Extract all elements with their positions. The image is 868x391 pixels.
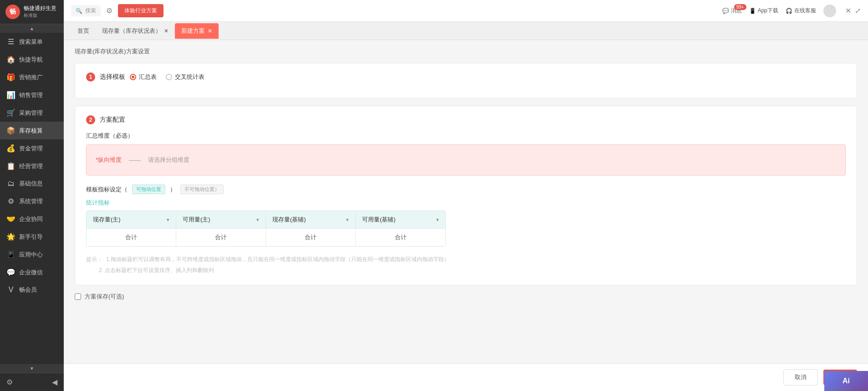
sidebar-item-system[interactable]: ⚙ 系统管理 <box>0 192 64 210</box>
online-service-item[interactable]: 🎧 在线客服 <box>786 7 816 15</box>
close-window-icon[interactable]: ✕ <box>845 6 851 15</box>
sidebar-item-label: 新手引导 <box>19 233 43 241</box>
message-icon: 💬 <box>722 8 729 14</box>
save-checkbox[interactable] <box>75 293 81 300</box>
cart-icon: 🛒 <box>6 108 15 117</box>
tab-inventory-label: 现存量（库存状况表） <box>102 27 161 35</box>
save-label: 方案保存(可选) <box>85 293 124 301</box>
radio-summary[interactable]: 汇总表 <box>130 73 157 81</box>
sidebar-item-label: 企业微信 <box>19 268 43 277</box>
handshake-icon: 🤝 <box>6 215 15 223</box>
tip-1-text: 1.拖动标题栏可以调整布局，不可跨维度或指标区域拖动，且只能在同一维度或指标区域… <box>106 254 449 265</box>
sidebar-item-quick-nav[interactable]: 🏠 快捷导航 <box>0 51 64 68</box>
tip-2-indent <box>86 265 95 276</box>
sidebar-item-cooperation[interactable]: 🤝 企业协同 <box>0 210 64 228</box>
gear-icon: ⚙ <box>6 197 15 206</box>
money-icon: 💰 <box>6 144 15 153</box>
sidebar-item-operations[interactable]: 📋 经营管理 <box>0 157 64 175</box>
sidebar-item-label: 营销推广 <box>19 73 43 82</box>
settings-footer-icon[interactable]: ⚙ <box>6 378 13 386</box>
metrics-table-row: 合计 合计 合计 合计 <box>87 228 445 246</box>
tab-new-plan[interactable]: 新建方案 ✕ <box>175 23 219 39</box>
topbar-right: 💬 消息 99+ 📱 App下载 🎧 在线客服 <box>722 5 836 17</box>
sidebar-item-finance[interactable]: 💰 资金管理 <box>0 139 64 157</box>
cell-2: 合计 <box>266 228 356 246</box>
sidebar-item-label: 资金管理 <box>19 144 43 153</box>
tab-inventory[interactable]: 现存量（库存状况表） ✕ <box>96 23 175 39</box>
app-download-item[interactable]: 📱 App下载 <box>749 7 778 15</box>
topbar: 🔍 搜索 ⚙ 体验行业方案 💬 消息 99+ 📱 App下载 🎧 在线客服 ✕ … <box>64 0 868 22</box>
chevron-3: ▾ <box>436 217 439 223</box>
sidebar-item-wechat[interactable]: 💬 企业微信 <box>0 263 64 281</box>
sidebar-item-app-center[interactable]: 📱 应用中心 <box>0 246 64 263</box>
sidebar-scroll-down[interactable]: ▼ <box>0 364 64 373</box>
dimension-area[interactable]: *纵向维度 —— 请选择分组维度 <box>86 144 846 175</box>
chat-icon: 💬 <box>6 268 15 277</box>
footer-bar: 取消 查询 <box>64 363 868 391</box>
logo-text-block: 畅捷通好生意 标准版 <box>24 5 56 19</box>
sidebar-item-marketing[interactable]: 🎁 营销推广 <box>0 68 64 86</box>
sidebar-item-label: 经营管理 <box>19 162 43 170</box>
radio-cross[interactable]: 交叉统计表 <box>166 73 204 81</box>
sidebar-item-search-menu[interactable]: ☰ 搜索菜单 <box>0 33 64 51</box>
section-2-header: 2 方案配置 <box>86 115 846 124</box>
sidebar-scroll-up[interactable]: ▲ <box>0 24 64 33</box>
sidebar-item-guide[interactable]: 🌟 新手引导 <box>0 228 64 246</box>
chevron-2: ▾ <box>346 217 349 223</box>
chevron-0: ▾ <box>167 217 169 223</box>
sidebar-item-label: 库存核算 <box>19 127 43 135</box>
user-avatar[interactable] <box>823 5 836 17</box>
main-area: 🔍 搜索 ⚙ 体验行业方案 💬 消息 99+ 📱 App下载 🎧 在线客服 ✕ … <box>64 0 868 391</box>
section-2-num: 2 <box>86 115 95 124</box>
search-input[interactable]: 🔍 搜索 <box>71 5 101 16</box>
sidebar-nav: ☰ 搜索菜单 🏠 快捷导航 🎁 营销推广 📊 销售管理 🛒 采购管理 📦 库存核… <box>0 33 64 364</box>
message-item[interactable]: 💬 消息 99+ <box>722 7 742 15</box>
section-1-card: 1 选择模板 汇总表 交叉统计表 <box>75 63 857 98</box>
phone-icon: 📱 <box>6 250 15 259</box>
settings-icon[interactable]: ⚙ <box>106 6 112 15</box>
tab-inventory-close[interactable]: ✕ <box>164 28 168 34</box>
search-menu-icon: ☰ <box>6 37 15 46</box>
chart-icon: 📊 <box>6 91 15 99</box>
clipboard-icon: 📋 <box>6 162 15 170</box>
radio-summary-label: 汇总表 <box>139 73 157 81</box>
col-header-3[interactable]: 可用量(基辅) ▾ <box>356 211 445 228</box>
industry-btn[interactable]: 体验行业方案 <box>118 4 163 17</box>
col-header-2[interactable]: 现存量(基辅) ▾ <box>266 211 356 228</box>
sidebar-item-label: 采购管理 <box>19 109 43 117</box>
cell-1: 合计 <box>176 228 266 246</box>
collapse-icon[interactable]: ◀ <box>52 378 57 386</box>
dim-label: 汇总维度（必选） <box>86 132 846 140</box>
sidebar-item-inventory[interactable]: 📦 库存核算 <box>0 122 64 139</box>
save-row: 方案保存(可选) <box>75 293 857 301</box>
tip-2-text: 2. 点击标题栏下拉可设置排序、插入列和删除列 <box>99 265 214 276</box>
dim-placeholder: 请选择分组维度 <box>148 156 189 164</box>
cancel-button[interactable]: 取消 <box>783 369 818 386</box>
tab-new-plan-close[interactable]: ✕ <box>208 28 212 34</box>
search-icon: 🔍 <box>76 8 82 14</box>
metrics-label: 模板指标设定（ 可拖动位置 ） 不可拖动位置） <box>86 185 846 194</box>
col-header-1[interactable]: 可用量(主) ▾ <box>176 211 266 228</box>
col-header-0[interactable]: 现存量(主) ▾ <box>87 211 176 228</box>
template-radio-group: 汇总表 交叉统计表 <box>130 73 204 81</box>
sidebar-item-label: 基础信息 <box>19 180 43 188</box>
content-area: 现存量(库存状况表)方案设置 1 选择模板 汇总表 交叉统计表 <box>64 40 868 363</box>
radio-summary-circle <box>130 74 136 80</box>
page-title: 现存量(库存状况表)方案设置 <box>75 47 857 56</box>
sidebar-item-purchase[interactable]: 🛒 采购管理 <box>0 104 64 122</box>
ai-button[interactable]: Ai <box>824 371 868 391</box>
metrics-config: 模板指标设定（ 可拖动位置 ） 不可拖动位置） 统计指标 现存量(主) ▾ 可用… <box>86 185 846 247</box>
sidebar-item-basics[interactable]: 🗂 基础信息 <box>0 175 64 192</box>
metrics-sep: ） <box>170 185 176 194</box>
sidebar-item-members[interactable]: V 畅会员 <box>0 281 64 298</box>
tips-area: 提示： 1.拖动标题栏可以调整布局，不可跨维度或指标区域拖动，且只能在同一维度或… <box>86 254 846 276</box>
home-icon: 🏠 <box>6 55 15 64</box>
expand-window-icon[interactable]: ⤢ <box>855 6 861 15</box>
section-2-card: 2 方案配置 汇总维度（必选） *纵向维度 —— 请选择分组维度 模板指标设定（… <box>75 106 857 285</box>
chevron-1: ▾ <box>256 217 259 223</box>
sidebar-item-label: 系统管理 <box>19 197 43 206</box>
tab-home[interactable]: 首页 <box>71 23 96 39</box>
message-badge: 99+ <box>734 4 746 10</box>
sidebar-item-sales[interactable]: 📊 销售管理 <box>0 86 64 104</box>
headset-icon: 🎧 <box>786 8 792 14</box>
